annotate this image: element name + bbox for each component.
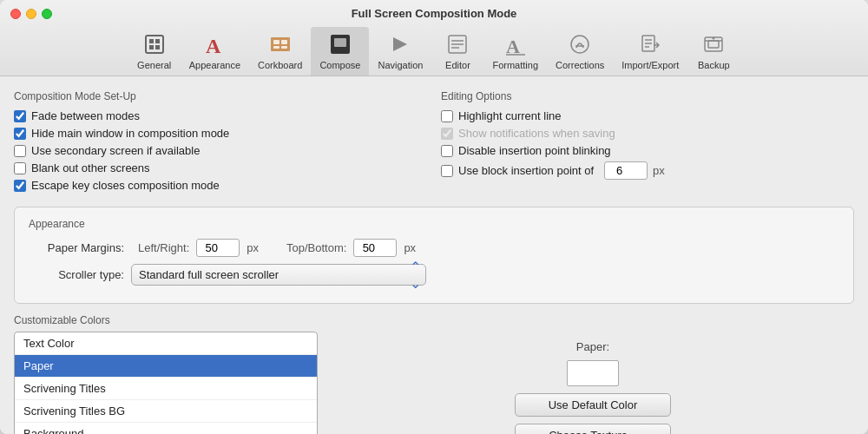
editing-options-title: Editing Options	[441, 90, 854, 102]
svg-rect-9	[273, 46, 279, 49]
appearance-title: Appearance	[29, 218, 839, 230]
toolbar-label-importexport: Import/Export	[621, 60, 679, 70]
scroller-select-wrapper: Standard full screen scroller Fixed scro…	[131, 264, 426, 286]
color-item-background[interactable]: Background	[15, 423, 317, 434]
escape-label: Escape key closes composition mode	[31, 179, 220, 192]
svg-rect-27	[708, 41, 719, 48]
toolbar-label-compose: Compose	[319, 60, 360, 70]
svg-rect-10	[281, 46, 287, 49]
checkbox-highlight: Highlight current line	[441, 109, 854, 122]
color-item-scrivening-titles-bg[interactable]: Scrivening Titles BG	[15, 400, 317, 423]
close-button[interactable]	[10, 9, 21, 19]
top-bottom-label: Top/Bottom:	[286, 241, 346, 254]
checkbox-hide-main: Hide main window in composition mode	[14, 127, 427, 140]
use-default-color-button[interactable]: Use Default Color	[515, 393, 671, 417]
appearance-icon: A	[201, 30, 228, 58]
toolbar-label-formatting: Formatting	[492, 60, 538, 70]
escape-checkbox[interactable]	[14, 180, 26, 192]
svg-rect-7	[273, 40, 279, 44]
fade-checkbox[interactable]	[14, 110, 26, 122]
color-item-scrivening-titles[interactable]: Scrivening Titles	[15, 378, 317, 400]
svg-rect-3	[149, 45, 154, 49]
toolbar-item-compose[interactable]: Compose	[311, 27, 369, 76]
disable-insertion-label: Disable insertion point blinking	[458, 144, 611, 157]
color-item-text-color[interactable]: Text Color	[15, 332, 317, 355]
secondary-label: Use secondary screen if available	[31, 144, 200, 157]
toolbar-label-appearance: Appearance	[189, 60, 240, 70]
hide-main-checkbox[interactable]	[14, 128, 26, 140]
appearance-section: Appearance Paper Margins: Left/Right: px…	[14, 207, 854, 304]
svg-point-29	[713, 37, 715, 40]
left-right-px: px	[247, 241, 259, 254]
toolbar-item-editor[interactable]: Editor	[431, 27, 483, 76]
toolbar-item-backup[interactable]: Backup	[687, 27, 740, 76]
corrections-icon	[566, 30, 594, 58]
highlight-checkbox[interactable]	[441, 110, 453, 122]
blank-checkbox[interactable]	[14, 162, 26, 174]
customizable-colors-title: Customizable Colors	[14, 314, 854, 326]
fade-label: Fade between modes	[31, 109, 140, 122]
secondary-checkbox[interactable]	[14, 145, 26, 157]
scroller-type-row: Scroller type: Standard full screen scro…	[29, 264, 839, 286]
svg-marker-13	[393, 37, 407, 51]
scroller-type-label: Scroller type:	[29, 268, 124, 281]
checkbox-blank: Blank out other screens	[14, 161, 427, 174]
colors-list: Text Color Paper Scrivening Titles Scriv…	[14, 332, 318, 434]
toolbar-label-general: General	[137, 60, 171, 70]
toolbar-item-formatting[interactable]: A Formatting	[483, 27, 547, 76]
svg-rect-4	[155, 45, 160, 49]
toolbar: General A Appearance	[128, 27, 740, 76]
color-panel: Paper: Use Default Color Choose Texture.…	[332, 332, 854, 434]
toolbar-item-corrections[interactable]: Corrections	[547, 27, 613, 76]
top-bottom-input[interactable]	[353, 239, 397, 257]
main-window: Full Screen Composition Mode General	[0, 0, 868, 434]
importexport-icon	[636, 30, 664, 58]
backup-icon	[700, 30, 727, 58]
insertion-point-value[interactable]	[604, 161, 648, 180]
colors-list-container: Text Color Paper Scrivening Titles Scriv…	[14, 332, 318, 434]
checkbox-disable-insertion: Disable insertion point blinking	[441, 144, 854, 157]
formatting-icon: A	[502, 30, 529, 58]
traffic-lights	[10, 9, 52, 19]
checkbox-block-insertion: Use block insertion point of px	[441, 161, 854, 180]
toolbar-item-corkboard[interactable]: Corkboard	[249, 27, 311, 76]
toolbar-item-appearance[interactable]: A Appearance	[181, 27, 249, 76]
navigation-icon	[386, 30, 414, 58]
disable-insertion-checkbox[interactable]	[441, 145, 453, 157]
notifications-label: Show notifications when saving	[458, 127, 615, 140]
toolbar-item-importexport[interactable]: Import/Export	[613, 27, 687, 76]
editing-options-section: Editing Options Highlight current line S…	[441, 90, 854, 196]
composition-mode-section: Composition Mode Set-Up Fade between mod…	[14, 90, 427, 196]
color-swatch[interactable]	[567, 360, 619, 386]
svg-rect-0	[146, 36, 163, 53]
left-right-input[interactable]	[196, 239, 240, 257]
block-insertion-checkbox[interactable]	[441, 165, 453, 177]
toolbar-item-general[interactable]: General	[128, 27, 181, 76]
blank-label: Blank out other screens	[31, 161, 150, 174]
editor-icon	[444, 30, 471, 58]
toolbar-label-editor: Editor	[445, 60, 470, 70]
minimize-button[interactable]	[26, 9, 36, 19]
corkboard-icon	[266, 30, 294, 58]
paper-margins-label: Paper Margins:	[29, 241, 124, 254]
svg-point-20	[571, 36, 589, 53]
paper-label: Paper:	[576, 340, 609, 353]
svg-text:A: A	[506, 36, 520, 56]
color-item-paper[interactable]: Paper	[15, 355, 317, 378]
highlight-label: Highlight current line	[458, 109, 562, 122]
left-right-label: Left/Right:	[138, 241, 189, 254]
toolbar-label-navigation: Navigation	[378, 60, 423, 70]
scroller-select[interactable]: Standard full screen scroller Fixed scro…	[131, 264, 426, 286]
svg-rect-12	[334, 38, 346, 47]
checkbox-fade: Fade between modes	[14, 109, 427, 122]
toolbar-label-backup: Backup	[698, 60, 730, 70]
choose-texture-button[interactable]: Choose Texture...	[515, 424, 671, 434]
toolbar-item-navigation[interactable]: Navigation	[369, 27, 431, 76]
toolbar-label-corrections: Corrections	[556, 60, 604, 70]
svg-text:A: A	[206, 35, 221, 56]
toolbar-label-corkboard: Corkboard	[258, 60, 302, 70]
top-row: Composition Mode Set-Up Fade between mod…	[14, 90, 854, 196]
customizable-colors-section: Text Color Paper Scrivening Titles Scriv…	[14, 332, 854, 434]
general-icon	[141, 30, 168, 58]
maximize-button[interactable]	[42, 9, 52, 19]
